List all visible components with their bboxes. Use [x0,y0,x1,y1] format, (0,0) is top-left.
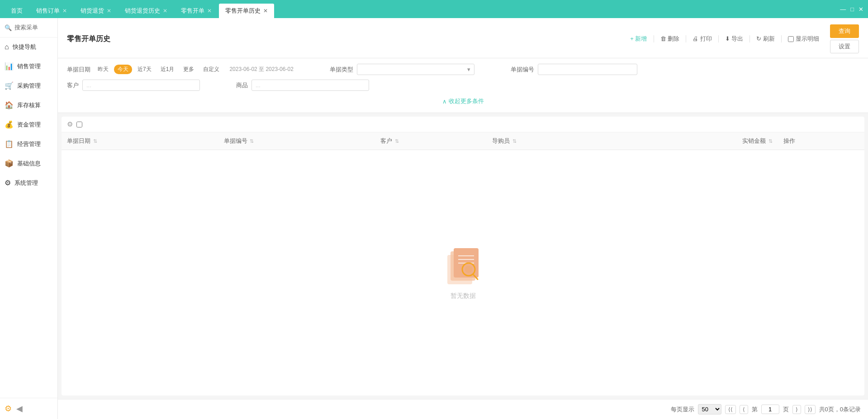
maximize-btn[interactable]: □ [850,6,854,13]
customer-filter: 客户 ... [67,80,200,91]
sidebar-collapse-btn[interactable]: ◀ [16,404,23,414]
tab-close-icon[interactable]: ✕ [107,8,111,14]
divider-3 [718,35,719,42]
toolbar: + 新增 🗑 删除 🖨 打印 ⬇ 导出 ↻ 刷新 显示明细 查询 设置 [630,24,859,53]
filter-area: 单据日期 昨天 今天 近7天 近1月 更多 自定义 2023-06-02 至 2… [58,58,868,113]
sort-guide-icon[interactable]: ⇅ [512,138,517,144]
col-date: 单据日期 ⇅ [62,132,218,150]
date-filter: 单据日期 昨天 今天 近7天 近1月 更多 自定义 2023-06-02 至 2… [67,65,294,74]
sidebar-icon-purchase-mgmt: 🛒 [5,81,14,90]
table-header-row: 单据日期 ⇅ 单据编号 ⇅ 客户 ⇅ 导购员 ⇅ [62,132,864,150]
close-btn[interactable]: ✕ [859,6,863,13]
refresh-button[interactable]: ↻ 刷新 [756,35,775,43]
tab-retail-open-history[interactable]: 零售开单历史✕ [219,4,274,18]
page-number-input[interactable] [761,405,779,414]
col-customer-label: 客户 [380,137,392,144]
tab-label: 销货退货 [81,7,104,15]
sidebar-gear-btn[interactable]: ⚙ [5,404,12,414]
prev-page-btn[interactable]: ⟨ [740,405,748,414]
sidebar-item-finance[interactable]: 💰 资金管理 [0,115,57,134]
sidebar-item-basic-info[interactable]: 📦 基础信息 [0,154,57,173]
number-input[interactable] [538,64,637,75]
sort-number-icon[interactable]: ⇅ [250,138,254,144]
page-header: 零售开单历史 + 新增 🗑 删除 🖨 打印 ⬇ 导出 ↻ 刷新 显示明细 查询 [58,18,868,58]
sidebar-icon-sys-mgmt: ⚙ [5,179,11,187]
svg-point-8 [465,266,472,273]
sidebar-item-inventory[interactable]: 🏠 库存核算 [0,95,57,115]
sidebar-item-purchase-mgmt[interactable]: 🛒 采购管理 [0,76,57,95]
sidebar-icon-operations: 📋 [5,140,14,148]
sort-amount-icon[interactable]: ⇅ [768,138,773,144]
date-today[interactable]: 今天 [114,65,132,74]
sidebar-label-quick-nav: 快捷导航 [13,43,36,51]
col-guide: 导购员 ⇅ [487,132,621,150]
number-label: 单据编号 [511,66,534,74]
tab-label: 首页 [11,7,23,15]
delete-button[interactable]: 🗑 删除 [660,35,680,43]
tab-label: 零售开单历史 [225,7,261,15]
add-button[interactable]: + 新增 [630,35,647,43]
show-detail-label: 显示明细 [788,35,819,43]
table-settings-icon[interactable]: ⚙ [67,120,73,128]
tab-retail-open[interactable]: 零售开单✕ [175,4,218,18]
divider-2 [686,35,686,42]
sidebar-item-operations[interactable]: 📋 经营管理 [0,134,57,154]
tab-close-icon[interactable]: ✕ [62,8,67,14]
tab-label: 销售订单 [36,7,60,15]
sidebar-search[interactable]: 🔍 搜索采单 [0,18,57,38]
per-page-select[interactable]: 50 10 20 100 [698,404,721,414]
print-button[interactable]: 🖨 打印 [693,35,712,43]
type-filter: 单据类型 ▾ [330,64,474,75]
type-select[interactable]: ▾ [357,64,474,75]
divider-1 [654,35,654,42]
col-amount-label: 实销金额 [742,137,766,144]
tab-sales-order[interactable]: 销售订单✕ [30,4,73,18]
sidebar-label-sales-mgmt: 销售管理 [17,62,41,71]
table-head: 单据日期 ⇅ 单据编号 ⇅ 客户 ⇅ 导购员 ⇅ [62,132,864,150]
divider-4 [749,35,750,42]
main-layout: 🔍 搜索采单 ⌂ 快捷导航 📊 销售管理 🛒 采购管理 🏠 库存核算 💰 资金管… [0,18,868,419]
sidebar-item-sales-mgmt[interactable]: 📊 销售管理 [0,56,57,76]
sidebar-item-quick-nav[interactable]: ⌂ 快捷导航 [0,38,57,56]
tab-sales-return-history[interactable]: 销货退货历史✕ [119,4,174,18]
last-page-btn[interactable]: ⟩⟩ [805,405,816,414]
date-7days[interactable]: 近7天 [134,65,155,74]
show-detail-checkbox[interactable] [788,36,794,42]
tab-close-icon[interactable]: ✕ [263,8,268,14]
tab-close-icon[interactable]: ✕ [207,8,212,14]
sidebar-label-operations: 经营管理 [17,140,41,148]
goods-select[interactable]: ... [251,80,369,91]
query-button[interactable]: 查询 [830,24,859,38]
date-buttons: 昨天 今天 近7天 近1月 更多 自定义 [94,65,223,74]
sidebar-label-inventory: 库存核算 [17,101,41,109]
date-label: 单据日期 [67,66,90,74]
sort-customer-icon[interactable]: ⇅ [395,138,399,144]
next-page-btn[interactable]: ⟩ [792,405,801,414]
sidebar-icon-basic-info: 📦 [5,159,14,168]
filter-row-2: 客户 ... 商品 ... [67,80,859,91]
customer-select[interactable]: ... [82,80,200,91]
select-all-checkbox[interactable] [76,122,82,127]
col-ops: 操作 [778,132,864,150]
tab-sales-return[interactable]: 销货退货✕ [74,4,118,18]
minimize-btn[interactable]: — [840,6,846,13]
tab-close-icon[interactable]: ✕ [163,8,167,14]
sidebar-icon-finance: 💰 [5,120,14,129]
sidebar-item-sys-mgmt[interactable]: ⚙ 系统管理 [0,173,57,193]
export-button[interactable]: ⬇ 导出 [725,35,744,43]
date-yesterday[interactable]: 昨天 [94,65,112,74]
tab-label: 销货退货历史 [125,7,160,15]
pagination-bar: 每页显示 50 10 20 100 ⟨⟨ ⟨ 第 页 ⟩ ⟩⟩ 共0页，0条记录 [58,399,868,419]
col-date-label: 单据日期 [67,137,90,144]
date-custom[interactable]: 自定义 [199,65,223,74]
first-page-btn[interactable]: ⟨⟨ [725,405,736,414]
date-1month[interactable]: 近1月 [157,65,178,74]
window-controls: — □ ✕ [840,6,863,13]
collapse-conditions-btn[interactable]: ∧ 收起更多条件 [67,95,859,107]
sort-date-icon[interactable]: ⇅ [93,138,97,144]
sidebar-icon-sales-mgmt: 📊 [5,62,14,71]
search-icon: 🔍 [5,24,12,31]
date-more[interactable]: 更多 [180,65,198,74]
tab-home[interactable]: 首页 [5,4,29,18]
settings-button[interactable]: 设置 [830,40,859,53]
